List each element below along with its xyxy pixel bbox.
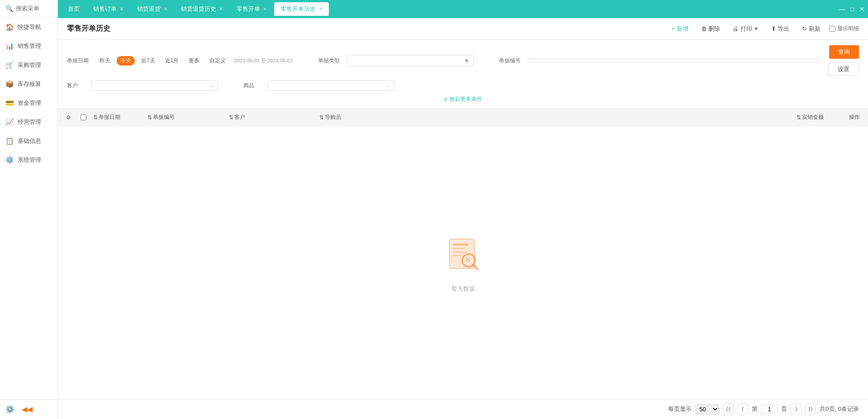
th-number[interactable]: ⇅ 单据编号 (144, 113, 225, 121)
sidebar-search[interactable]: 🔍 搜索采单 (0, 0, 57, 18)
tab-sales-return-history-close[interactable]: ✕ (219, 6, 223, 12)
tab-sales-order-close[interactable]: ✕ (119, 6, 123, 12)
sort-icon-customer: ⇅ (229, 114, 233, 121)
number-filter-input[interactable] (528, 59, 821, 62)
type-filter-select[interactable]: ▼ (347, 55, 474, 66)
display-detail-toggle[interactable]: 显示明细 (830, 25, 859, 33)
tab-home[interactable]: 首页 (62, 2, 86, 16)
sidebar-item-basic-info[interactable]: 📋 基础信息 (0, 132, 57, 151)
tab-retail-open[interactable]: 零售开单 ✕ (230, 2, 273, 16)
th-customer[interactable]: ⇅ 客户 (225, 113, 316, 121)
collapse-sidebar-icon[interactable]: ◀◀ (22, 405, 33, 414)
window-min-btn[interactable]: — (839, 6, 845, 13)
sidebar-item-purchase-mgmt[interactable]: 🛒 采购管理 (0, 56, 57, 75)
sidebar-item-quick-nav[interactable]: 🏠 快捷导航 (0, 18, 57, 37)
th-guide[interactable]: ⇅ 导购员 (316, 113, 370, 121)
sidebar-item-finance[interactable]: 💳 资金管理 (0, 94, 57, 113)
th-check[interactable] (77, 114, 90, 120)
delete-button[interactable]: 🗑 删除 (697, 23, 724, 35)
tab-retail-history[interactable]: 零售开单历史 ✕ (274, 2, 329, 16)
tab-retail-history-label: 零售开单历史 (280, 5, 316, 13)
select-all-checkbox[interactable] (81, 114, 86, 120)
date-btn-yesterday[interactable]: 昨天 (96, 56, 114, 66)
collapse-more-btn[interactable]: ∧ 收起更多条件 (67, 95, 859, 103)
customer-dots-icon[interactable]: ··· (209, 82, 214, 89)
date-btn-custom[interactable]: 自定义 (206, 56, 229, 66)
sidebar-item-sales-mgmt[interactable]: 📊 销售管理 (0, 37, 57, 56)
type-filter-label: 单据类型 (318, 57, 340, 65)
basic-info-icon: 📋 (5, 137, 14, 145)
btn-group: 查询 设置 (828, 45, 859, 76)
settings-gear-icon[interactable]: ⚙️ (5, 405, 14, 414)
sidebar-item-label: 快捷导航 (18, 23, 41, 31)
tab-sales-return-label: 销货退货 (137, 5, 161, 13)
tab-sales-order[interactable]: 销售订单 ✕ (87, 2, 130, 16)
delete-button-label: 🗑 删除 (701, 25, 721, 33)
sort-icon-amount: ⇅ (797, 114, 801, 121)
page-first-btn[interactable]: ⟨⟨ (723, 404, 734, 414)
new-button[interactable]: + 新增 (668, 23, 692, 35)
print-button-label: 🖨 打印 (733, 25, 752, 33)
tab-sales-order-label: 销售订单 (93, 5, 117, 13)
per-page-label: 每页显示 (668, 405, 692, 413)
collapse-arrow-icon: ∧ (444, 96, 448, 103)
tab-sales-return[interactable]: 销货退货 ✕ (131, 2, 174, 16)
page-prev-btn[interactable]: ⟨ (737, 404, 748, 414)
export-button-label: ⬆ 导出 (771, 25, 790, 33)
sidebar-item-sys-mgmt[interactable]: ⚙️ 系统管理 (0, 151, 57, 169)
empty-state-illustration (441, 232, 486, 278)
sort-icon-guide: ⇅ (319, 114, 324, 121)
print-dropdown-icon[interactable]: ▼ (754, 26, 759, 31)
window-max-btn[interactable]: □ (850, 6, 854, 13)
display-detail-checkbox[interactable] (830, 26, 835, 32)
sales-icon: 📊 (5, 42, 14, 50)
refresh-button-label: ↻ 刷新 (802, 25, 821, 33)
search-icon: 🔍 (5, 5, 13, 12)
page-label: 第 (752, 405, 758, 413)
finance-icon: 💳 (5, 99, 14, 107)
refresh-button[interactable]: ↻ 刷新 (798, 23, 824, 35)
sidebar-item-label: 库存核算 (18, 80, 41, 88)
svg-rect-1 (453, 244, 469, 245)
svg-rect-2 (453, 248, 465, 249)
sidebar-item-inventory[interactable]: 📦 库存核算 (0, 75, 57, 94)
customer-filter-input[interactable]: ··· (91, 80, 218, 91)
th-number-label: 单据编号 (153, 113, 175, 121)
date-btn-7days[interactable]: 近7天 (138, 56, 159, 66)
tab-sales-return-history-label: 销货退货历史 (181, 5, 216, 13)
goods-dots-icon[interactable]: ··· (385, 82, 390, 89)
sort-icon-date: ⇅ (93, 114, 98, 121)
tab-retail-history-close[interactable]: ✕ (318, 6, 323, 12)
th-gear[interactable]: ⚙ (62, 114, 77, 121)
date-btn-1month[interactable]: 近1月 (161, 56, 183, 66)
table-area: ⚙ ⇅ 单据日期 ⇅ 单据编号 ⇅ 客户 ⇅ 导购员 (58, 109, 868, 419)
query-button[interactable]: 查询 (829, 45, 859, 59)
page-next-btn[interactable]: ⟩ (791, 404, 802, 414)
filter-settings-button[interactable]: 设置 (828, 62, 859, 76)
date-btn-today[interactable]: 今天 (117, 56, 135, 66)
page-header: 零售开单历史 + 新增 🗑 删除 🖨 打印 ▼ ⬆ 导出 ↻ 刷新 (58, 18, 868, 40)
page-last-btn[interactable]: ⟩⟩ (805, 404, 816, 414)
tab-sales-return-close[interactable]: ✕ (163, 6, 167, 12)
pagination: 每页显示 50 10 20 100 ⟨⟨ ⟨ 第 页 ⟩ ⟩⟩ 共0页, 0条记… (58, 399, 868, 419)
page-num-input[interactable] (761, 405, 778, 414)
window-close-btn[interactable]: ✕ (859, 6, 864, 13)
date-btn-more[interactable]: 更多 (185, 56, 203, 66)
purchase-icon: 🛒 (5, 61, 14, 69)
sidebar-item-operations[interactable]: 📈 经营管理 (0, 113, 57, 132)
goods-filter-input[interactable]: ··· (268, 80, 394, 91)
new-button-label: + 新增 (671, 25, 688, 33)
export-button[interactable]: ⬆ 导出 (768, 23, 793, 35)
collapse-more-label: 收起更多条件 (450, 95, 482, 103)
operations-icon: 📈 (5, 118, 14, 126)
per-page-select[interactable]: 50 10 20 100 (695, 404, 719, 414)
inventory-icon: 📦 (5, 80, 14, 88)
sidebar-bottom: ⚙️ ◀◀ (0, 399, 57, 419)
sidebar-item-label: 经营管理 (18, 118, 41, 126)
tab-retail-open-close[interactable]: ✕ (263, 6, 267, 12)
th-amount[interactable]: ⇅ 实销金额 (773, 113, 827, 121)
th-date[interactable]: ⇅ 单据日期 (90, 113, 144, 121)
tab-sales-return-history[interactable]: 销货退货历史 ✕ (175, 2, 229, 16)
sidebar-search-label: 搜索采单 (16, 5, 39, 13)
print-button[interactable]: 🖨 打印 ▼ (729, 23, 762, 35)
